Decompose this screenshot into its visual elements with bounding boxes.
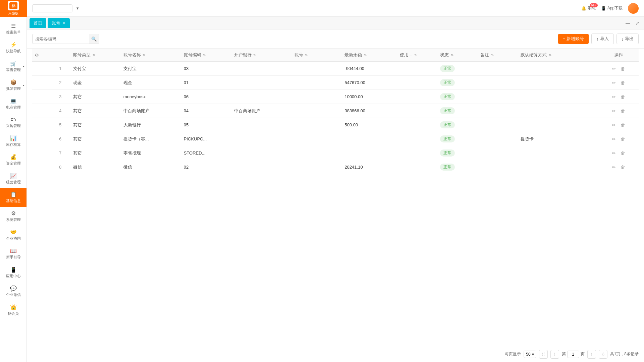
sidebar-item-inventory[interactable]: 📊 库存核算 — [0, 132, 26, 150]
type-sort-icon[interactable]: ⇅ — [93, 53, 95, 57]
status-badge: 正常 — [440, 164, 455, 171]
delete-button[interactable]: 🗑 — [620, 94, 626, 100]
page-number-input[interactable] — [567, 351, 579, 358]
row-code-cell: 03 — [181, 62, 231, 76]
default-sort-icon[interactable]: ⇅ — [549, 53, 551, 57]
delete-button[interactable]: 🗑 — [620, 108, 626, 114]
sidebar-item-retail[interactable]: 🛒 零售管理 ▸ — [0, 57, 26, 76]
tab-accounts[interactable]: 账号 ✕ — [48, 18, 70, 28]
row-account-cell — [292, 62, 342, 76]
per-page-select[interactable]: 50 ▾ — [524, 351, 536, 358]
sidebar-item-enterprise-agreement[interactable]: 🤝 企业协同 — [0, 226, 26, 244]
sidebar-item-finance[interactable]: 💰 资金管理 — [0, 150, 26, 169]
sidebar-item-search[interactable]: ☰ 搜索菜单 — [0, 19, 26, 38]
row-account-cell — [292, 104, 342, 118]
edit-button[interactable]: ✏ — [611, 150, 616, 157]
tab-maximize-button[interactable]: ⤢ — [633, 19, 641, 27]
sidebar-item-quicknav[interactable]: ⚡ 快捷导航 — [0, 38, 26, 57]
delete-button[interactable]: 🗑 — [620, 164, 626, 171]
name-sort-icon[interactable]: ⇅ — [143, 53, 145, 57]
sidebar-item-ops[interactable]: 📈 经营管理 — [0, 169, 26, 188]
account-sort-icon[interactable]: ⇅ — [305, 53, 308, 57]
col-default-settle-header[interactable]: 默认结算方式 ⇅ — [518, 49, 598, 62]
edit-button[interactable]: ✏ — [611, 65, 616, 72]
status-sort-icon[interactable]: ⇅ — [451, 53, 453, 57]
row-bank-cell — [231, 146, 292, 160]
code-sort-icon[interactable]: ⇅ — [203, 53, 206, 57]
delete-button[interactable]: 🗑 — [620, 79, 626, 86]
delete-button[interactable]: 🗑 — [620, 122, 626, 128]
notify-button[interactable]: 🔔 消息 99+ — [581, 5, 596, 11]
row-bank-cell — [231, 76, 292, 90]
table-row: 6 其它 提货卡（零... PICKUPC... 正常 提货卡 ✏ 🗑 — [32, 132, 639, 146]
delete-button[interactable]: 🗑 — [620, 150, 626, 157]
total-label: 共1页，8条记录 — [610, 351, 639, 357]
row-balance-cell — [342, 146, 397, 160]
sidebar-item-enterprise-wechat[interactable]: 💬 企业微信 — [0, 282, 26, 301]
usage-sort-icon[interactable]: ⇅ — [414, 53, 417, 57]
col-type-header[interactable]: 账号类型 ⇅ — [70, 49, 121, 62]
table-body: 1 支付宝 支付宝 03 -90444.00 正常 ✏ 🗑 2 现金 现金 01 — [32, 62, 639, 174]
sidebar-item-ecommerce[interactable]: 💻 电商管理 — [0, 95, 26, 113]
sidebar-item-vip[interactable]: 👑 畅会员 — [0, 301, 26, 319]
sidebar-item-system[interactable]: ⚙ 系统管理 — [0, 207, 26, 226]
appcenter-icon: 📱 — [10, 266, 17, 273]
col-code-header[interactable]: 账号编码 ⇅ — [181, 49, 231, 62]
search-input[interactable] — [33, 35, 89, 43]
delete-button[interactable]: 🗑 — [620, 136, 626, 142]
tab-minimize-button[interactable]: — — [624, 19, 632, 27]
edit-button[interactable]: ✏ — [611, 79, 616, 86]
row-action-cell: ✏ 🗑 — [598, 76, 639, 90]
sidebar-item-appcenter[interactable]: 📱 应用中心 — [0, 263, 26, 282]
bank-sort-icon[interactable]: ⇅ — [253, 53, 256, 57]
edit-button[interactable]: ✏ — [611, 122, 616, 128]
row-balance-cell — [342, 132, 397, 146]
finance-icon: 💰 — [10, 154, 17, 160]
wholesale-icon: 📦 — [10, 79, 17, 85]
balance-sort-icon[interactable]: ⇅ — [364, 53, 367, 57]
col-name-header[interactable]: 账号名称 ⇅ — [121, 49, 181, 62]
col-status-header[interactable]: 状态 ⇅ — [437, 49, 478, 62]
edit-button[interactable]: ✏ — [611, 108, 616, 114]
row-code-cell: STORED... — [181, 146, 231, 160]
col-bank-header[interactable]: 开户银行 ⇅ — [231, 49, 292, 62]
user-avatar[interactable] — [628, 3, 639, 14]
row-usage-cell — [397, 62, 437, 76]
search-button[interactable]: 🔍 — [89, 34, 99, 44]
col-balance-header[interactable]: 最新余额 ⇅ — [342, 49, 397, 62]
sidebar-item-purchase[interactable]: 🛍 采购管理 — [0, 113, 26, 132]
row-status-cell: 正常 — [437, 132, 478, 146]
row-code-cell: 05 — [181, 118, 231, 132]
row-account-cell — [292, 90, 342, 104]
sidebar-item-basicinfo[interactable]: 📋 基础信息 — [0, 188, 26, 207]
row-name-cell: 现金 — [121, 76, 181, 90]
row-index-cell: 1 — [50, 62, 70, 76]
first-page-button[interactable]: ⟨⟨ — [539, 350, 548, 359]
edit-button[interactable]: ✏ — [611, 136, 616, 142]
header-search-input[interactable] — [32, 4, 72, 12]
delete-button[interactable]: 🗑 — [620, 65, 626, 72]
app-download-button[interactable]: 📱 App下载 — [601, 5, 623, 11]
sidebar-item-newguide[interactable]: 📖 新手引导 — [0, 244, 26, 263]
new-account-button[interactable]: + 新增账号 — [558, 34, 589, 44]
row-usage-cell — [397, 118, 437, 132]
edit-button[interactable]: ✏ — [611, 164, 616, 171]
col-gear-header[interactable]: ⚙ — [32, 49, 50, 62]
edit-button[interactable]: ✏ — [611, 94, 616, 100]
row-type-cell: 微信 — [70, 160, 121, 174]
col-usage-header[interactable]: 使用... ⇅ — [397, 49, 437, 62]
row-bank-cell — [231, 132, 292, 146]
import-button[interactable]: ↑ 导入 — [591, 34, 614, 44]
prev-page-button[interactable]: ⟨ — [550, 350, 559, 359]
last-page-button[interactable]: ⟩⟩ — [599, 350, 607, 359]
note-sort-icon[interactable]: ⇅ — [491, 53, 494, 57]
col-note-header[interactable]: 备注 ⇅ — [478, 49, 518, 62]
header-dropdown[interactable]: ▾ — [76, 6, 79, 11]
tab-close-icon[interactable]: ✕ — [62, 21, 66, 25]
col-account-header[interactable]: 账号 ⇅ — [292, 49, 342, 62]
export-button[interactable]: ↓ 导出 — [616, 34, 639, 44]
next-page-button[interactable]: ⟩ — [587, 350, 596, 359]
tab-home[interactable]: 首页 — [30, 18, 46, 28]
row-code-cell: 02 — [181, 160, 231, 174]
sidebar-item-wholesale[interactable]: 📦 批发管理 ▸ — [0, 76, 26, 95]
